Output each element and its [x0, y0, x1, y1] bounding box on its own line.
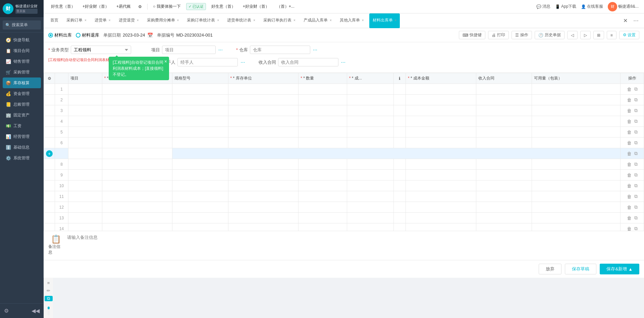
copy-row-button[interactable]: ⧉: [634, 182, 638, 189]
prev-record-button[interactable]: ◁: [567, 31, 578, 39]
tab-material-outbound[interactable]: 材料出库单 ×: [369, 13, 400, 28]
copy-row-button[interactable]: ⧉: [634, 225, 638, 231]
sidebar-item-finance[interactable]: 💰 资金管理: [3, 88, 41, 99]
warehouse-input[interactable]: [250, 46, 310, 54]
copy-row-button[interactable]: ⧉: [634, 118, 638, 125]
next-record-button[interactable]: ▷: [580, 31, 591, 39]
right-panel-btn-2[interactable]: ✏: [45, 288, 53, 293]
copy-row-button[interactable]: ⧉: [634, 150, 638, 157]
tab-other-inbound[interactable]: 其他入库单 ×: [337, 13, 367, 28]
project-input[interactable]: [162, 46, 216, 54]
tab-close-icon[interactable]: ×: [85, 18, 87, 22]
global-nav-trial[interactable]: ○ 我要体验一下: [151, 3, 183, 10]
delete-row-button[interactable]: 🗑: [626, 107, 632, 114]
sidebar-item-inventory[interactable]: 📦 库存核算: [3, 77, 41, 88]
delete-row-button[interactable]: 🗑: [626, 118, 632, 125]
add-row-button[interactable]: +: [46, 150, 53, 157]
tab-purchase-fee[interactable]: 采购费用分摊单 ×: [144, 13, 182, 28]
copy-row-button[interactable]: ⧉: [634, 171, 638, 178]
sidebar-item-system[interactable]: ⚙️ 系统管理: [3, 153, 41, 163]
settings-footer-button[interactable]: ⚙: [3, 306, 10, 315]
sidebar-item-salary[interactable]: 💵 工资: [3, 120, 41, 131]
tab-close-icon-active[interactable]: ×: [395, 18, 397, 22]
tab-close-icon[interactable]: ×: [362, 18, 364, 22]
tab-purchase-stats[interactable]: 采购订单统计表 ×: [184, 13, 222, 28]
sidebar-item-sales[interactable]: 📈 销售管理: [3, 56, 41, 67]
tab-close-icon[interactable]: ×: [293, 18, 296, 22]
sidebar-item-ops[interactable]: 📊 经营管理: [3, 131, 41, 142]
radio-material-return[interactable]: 材料退库: [76, 32, 99, 38]
delete-row-button[interactable]: 🗑: [626, 150, 632, 157]
global-nav-settings[interactable]: ⚙: [136, 3, 144, 10]
right-panel-btn-1[interactable]: ≡: [45, 280, 53, 285]
delete-row-button[interactable]: 🗑: [626, 139, 632, 146]
sidebar-item-assets[interactable]: 🏢 固定资产: [3, 110, 41, 120]
tab-close-icon[interactable]: ×: [330, 18, 332, 22]
app-download-button[interactable]: 📱 App下载: [555, 4, 576, 9]
delete-row-button[interactable]: 🗑: [626, 193, 632, 200]
sidebar-item-basic[interactable]: ℹ️ 基础信息: [3, 142, 41, 153]
copy-row-button[interactable]: ⧉: [634, 161, 638, 168]
list-view-button[interactable]: ≡: [607, 31, 616, 39]
copy-row-button[interactable]: ⧉: [634, 128, 638, 136]
scrollbar-thumb[interactable]: [48, 307, 50, 309]
delete-row-button[interactable]: 🗑: [626, 161, 632, 168]
tab-close-icon[interactable]: ×: [217, 18, 219, 22]
tab-purchase-exec[interactable]: 采购订单执行表 ×: [261, 13, 298, 28]
delete-row-button[interactable]: 🗑: [626, 225, 632, 231]
col-gear[interactable]: ⚙: [44, 73, 55, 84]
tab-close-icon[interactable]: ×: [137, 18, 139, 22]
tab-inbound[interactable]: 进货单 ×: [92, 13, 113, 28]
copy-row-button[interactable]: ⧉: [634, 193, 638, 200]
global-nav-more[interactable]: （首）+...: [275, 3, 297, 10]
sidebar-item-ledger[interactable]: 📒 总账管理: [3, 99, 41, 110]
tab-home[interactable]: 首页: [48, 13, 61, 28]
history-button[interactable]: 🕐 历史单据: [535, 31, 565, 39]
project-dots-button[interactable]: ···: [218, 47, 223, 53]
collapse-sidebar-button[interactable]: ◀◀: [30, 306, 41, 315]
save-new-button[interactable]: 保存&新增 ▲: [600, 264, 639, 274]
close-tab-button[interactable]: ✕: [621, 17, 629, 25]
col-info[interactable]: ℹ: [393, 73, 406, 84]
delete-row-button[interactable]: 🗑: [626, 182, 632, 189]
delete-row-button[interactable]: 🗑: [626, 96, 632, 103]
shortcut-button[interactable]: ⌨ 快捷键: [459, 31, 485, 39]
print-button[interactable]: 🖨 打印: [488, 31, 509, 39]
biz-type-select[interactable]: 工程领料: [71, 46, 131, 54]
radio-material-outbound[interactable]: 材料出库: [48, 32, 72, 38]
online-service-button[interactable]: 👤 在线客服: [581, 4, 603, 9]
copy-row-button[interactable]: ⧉: [634, 214, 638, 221]
income-contract-input[interactable]: [278, 58, 338, 66]
tab-finished-goods[interactable]: 产成品入库单 ×: [301, 13, 334, 28]
user-profile-button[interactable]: 财 畅捷通8&...: [608, 2, 639, 11]
tooltip-close-button[interactable]: ×: [164, 58, 167, 65]
global-nav-yidaizhang[interactable]: +易代账: [114, 3, 133, 10]
operations-button[interactable]: ☰ 操作: [512, 31, 532, 39]
sidebar-item-project[interactable]: 📋 项目合同: [3, 45, 41, 56]
global-nav-haoshengyi2[interactable]: 好生意（首）: [209, 3, 237, 10]
delete-row-button[interactable]: 🗑: [626, 204, 632, 211]
tab-inbound-stats[interactable]: 进货单统计表 ×: [224, 13, 258, 28]
global-nav-haoshengyi[interactable]: 好生意（首）: [49, 3, 77, 10]
sidebar-item-quicknav[interactable]: 🧭 快捷导航: [3, 35, 41, 45]
delete-row-button[interactable]: 🗑: [626, 86, 632, 93]
sidebar-item-purchase[interactable]: 🛒 采购管理: [3, 67, 41, 77]
handler-dots-button[interactable]: ···: [240, 59, 245, 65]
page-settings-button[interactable]: ⚙ 设置: [619, 31, 639, 39]
copy-row-button[interactable]: ⧉: [634, 107, 638, 114]
copy-row-button[interactable]: ⧉: [634, 86, 638, 93]
delete-row-button[interactable]: 🗑: [626, 171, 632, 178]
save-draft-button[interactable]: 保存草稿: [565, 264, 596, 274]
delete-row-button[interactable]: 🗑: [626, 214, 632, 221]
calendar-icon[interactable]: 📅: [147, 33, 153, 38]
warehouse-dots-button[interactable]: ···: [313, 47, 317, 53]
income-contract-dots-button[interactable]: ···: [341, 59, 345, 65]
more-tabs-button[interactable]: ⋯: [632, 17, 640, 25]
tab-close-icon[interactable]: ×: [253, 18, 255, 22]
grid-view-button[interactable]: ⊞: [593, 31, 604, 39]
abandon-button[interactable]: 放弃: [539, 264, 561, 274]
global-nav-haoyecai[interactable]: +好业财（首）: [80, 3, 111, 10]
tab-close-icon[interactable]: ×: [109, 18, 111, 22]
message-button[interactable]: 💬 消息: [536, 4, 550, 9]
right-panel-btn-3[interactable]: ⧉: [45, 296, 53, 301]
